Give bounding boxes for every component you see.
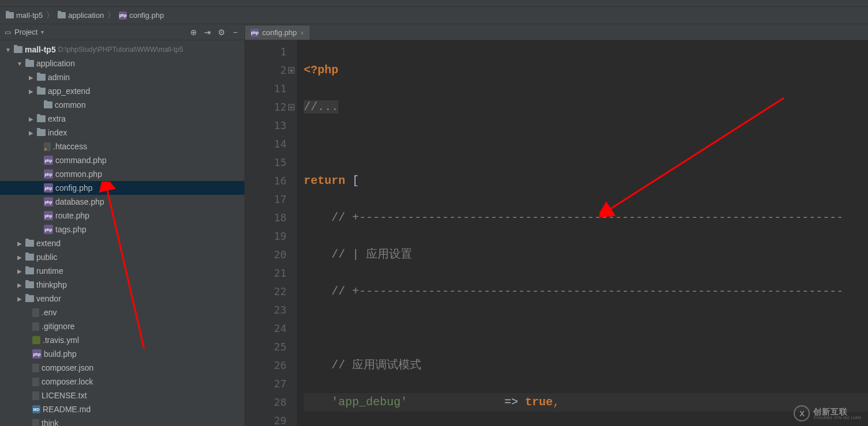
tree-common[interactable]: common xyxy=(0,98,244,112)
tree-license[interactable]: LICENSE.txt xyxy=(0,389,244,402)
expand-arrow-icon[interactable] xyxy=(16,240,23,247)
hide-icon[interactable]: − xyxy=(231,28,240,37)
folder-icon xyxy=(25,60,34,67)
tree-command-php[interactable]: php command.php xyxy=(0,153,244,167)
tree-label: mall-tp5 xyxy=(25,45,56,54)
tree-composer-json[interactable]: composer.json xyxy=(0,361,244,375)
tree-label: composer.lock xyxy=(41,377,93,386)
expand-arrow-icon[interactable] xyxy=(28,130,35,136)
tree-tags-php[interactable]: php tags.php xyxy=(0,223,244,236)
tree-vendor[interactable]: vendor xyxy=(0,292,244,306)
expand-arrow-icon[interactable] xyxy=(16,268,23,274)
expand-arrow-icon[interactable] xyxy=(28,116,35,122)
breadcrumb: mall-tp5 〉 application 〉 php config.php xyxy=(0,7,868,24)
gear-icon[interactable]: ⚙ xyxy=(217,28,226,37)
fold-icon[interactable]: + xyxy=(288,67,295,74)
php-icon: php xyxy=(44,169,53,179)
line-number: 13 xyxy=(245,116,286,135)
folder-icon xyxy=(44,101,52,108)
tree-label: .gitignore xyxy=(41,322,75,331)
code-editor[interactable]: 1 2+ 11 12− 13 14 15 16 17 18💡 19 20 21 … xyxy=(245,40,868,426)
line-gutter: 1 2+ 11 12− 13 14 15 16 17 18💡 19 20 21 … xyxy=(245,40,297,426)
project-tree[interactable]: mall-tp5 D:\phpStudy\PHPTutorial\WWW\mal… xyxy=(0,40,244,426)
expand-arrow-icon[interactable] xyxy=(16,61,23,67)
code-line: return [ xyxy=(304,172,868,190)
php-icon: php xyxy=(251,29,259,37)
tree-common-php[interactable]: php common.php xyxy=(0,167,244,181)
line-number: 26 xyxy=(245,356,286,375)
breadcrumb-item-application[interactable]: application xyxy=(58,11,104,20)
tree-index[interactable]: index xyxy=(0,126,244,140)
tree-application[interactable]: application xyxy=(0,56,244,70)
line-number: 23 xyxy=(245,301,286,319)
watermark-logo-icon: X xyxy=(794,405,810,421)
tree-build-php[interactable]: php build.php xyxy=(0,347,244,361)
line-number: 15 xyxy=(245,153,286,172)
tree-route-php[interactable]: php route.php xyxy=(0,209,244,223)
code-line: // +------------------------------------… xyxy=(304,209,868,227)
close-icon[interactable]: × xyxy=(300,29,304,36)
breadcrumb-item-config[interactable]: php config.php xyxy=(119,11,164,20)
tree-app-extend[interactable]: app_extend xyxy=(0,84,244,98)
tree-think[interactable]: think xyxy=(0,416,244,426)
breadcrumb-item-root[interactable]: mall-tp5 xyxy=(6,11,43,20)
folder-icon xyxy=(6,12,14,18)
tree-config-php[interactable]: php config.php xyxy=(0,181,244,195)
code-line: // 应用调试模式 xyxy=(304,356,868,375)
line-number: 20 xyxy=(245,246,286,264)
folder-icon xyxy=(25,254,34,261)
tree-env[interactable]: .env xyxy=(0,306,244,319)
tree-admin[interactable]: admin xyxy=(0,70,244,84)
line-number: 18💡 xyxy=(245,209,286,227)
breadcrumb-separator: 〉 xyxy=(46,10,54,21)
php-icon: php xyxy=(44,211,53,220)
tree-extend[interactable]: extend xyxy=(0,236,244,250)
fold-icon[interactable]: − xyxy=(288,104,295,111)
folder-icon xyxy=(25,240,34,247)
project-sidebar: ▭ Project ▾ ⊕ ⇥ ⚙ − mall-tp5 D:\phpStudy… xyxy=(0,24,245,426)
code-content[interactable]: <?php //... return [ // +---------------… xyxy=(297,40,868,426)
expand-arrow-icon[interactable] xyxy=(16,282,23,288)
tree-label: command.php xyxy=(55,156,107,165)
tree-public[interactable]: public xyxy=(0,250,244,264)
code-line: // | 应用设置 xyxy=(304,246,868,264)
project-panel-icon[interactable]: ▭ xyxy=(5,28,11,36)
expand-arrow-icon[interactable] xyxy=(16,254,23,261)
file-icon xyxy=(32,308,39,317)
folder-icon xyxy=(37,115,46,122)
expand-arrow-icon[interactable] xyxy=(28,74,35,81)
tree-label: common.php xyxy=(55,169,102,179)
php-icon: php xyxy=(32,349,41,359)
collapse-all-icon[interactable]: ⇥ xyxy=(203,28,212,37)
watermark: X 创新互联 CHUANG XIN HU LIAN xyxy=(794,405,861,421)
dropdown-icon[interactable]: ▾ xyxy=(41,29,44,35)
tree-thinkphp[interactable]: thinkphp xyxy=(0,278,244,292)
file-icon xyxy=(32,391,39,400)
scroll-from-source-icon[interactable]: ⊕ xyxy=(189,28,198,37)
tree-database-php[interactable]: php database.php xyxy=(0,195,244,209)
markdown-icon: MD xyxy=(32,405,40,413)
folder-icon xyxy=(25,295,34,302)
tree-root[interactable]: mall-tp5 D:\phpStudy\PHPTutorial\WWW\mal… xyxy=(0,43,244,56)
tree-extra[interactable]: extra xyxy=(0,112,244,126)
tree-travis[interactable]: .travis.yml xyxy=(0,333,244,347)
expand-arrow-icon[interactable] xyxy=(16,296,23,302)
tree-label: .htaccess xyxy=(53,142,87,151)
php-icon: php xyxy=(119,12,127,20)
tab-config-php[interactable]: php config.php × xyxy=(245,25,310,40)
tree-label: thinkphp xyxy=(36,280,67,289)
code-line xyxy=(304,319,868,338)
folder-icon xyxy=(37,74,46,81)
tree-label: config.php xyxy=(55,183,93,193)
tree-composer-lock[interactable]: composer.lock xyxy=(0,375,244,389)
tree-label: app_extend xyxy=(48,86,90,96)
tree-gitignore[interactable]: .gitignore xyxy=(0,319,244,333)
expand-arrow-icon[interactable] xyxy=(5,47,12,53)
tree-label: build.php xyxy=(44,349,77,359)
expand-arrow-icon[interactable] xyxy=(28,88,35,95)
tree-htaccess[interactable]: .htaccess xyxy=(0,140,244,153)
tree-label: route.php xyxy=(55,211,89,220)
tree-runtime[interactable]: runtime xyxy=(0,264,244,278)
tree-readme[interactable]: MD README.md xyxy=(0,402,244,416)
json-icon xyxy=(32,364,39,372)
